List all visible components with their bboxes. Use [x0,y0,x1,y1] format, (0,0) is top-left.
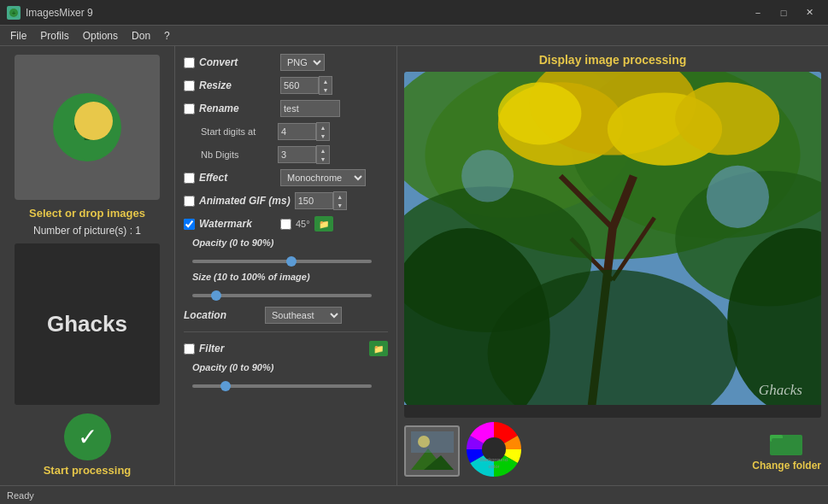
drop-area[interactable] [15,55,160,200]
nb-digits-up[interactable]: ▲ [317,146,329,155]
resize-input[interactable] [280,77,319,94]
minimize-button[interactable]: − [746,4,770,21]
resize-down[interactable]: ▼ [320,85,332,94]
watermark-checkbox[interactable] [184,219,195,230]
size-slider-container [184,286,388,302]
start-digits-input[interactable] [278,123,316,140]
resize-label: Resize [199,79,276,91]
app-icon: + [7,6,21,20]
display-title: Display image processing [404,53,821,67]
location-row: Location Northwest North Northeast West … [184,306,388,325]
menu-help[interactable]: ? [157,28,177,44]
menu-bar: File Profils Options Don ? [0,26,828,46]
rename-checkbox[interactable] [184,103,195,114]
svg-rect-30 [772,438,801,455]
filter-checkbox[interactable] [184,343,195,355]
svg-text:+: + [12,9,16,17]
window-title: ImagesMixer 9 [26,7,93,19]
svg-rect-23 [411,431,454,453]
nb-digits-down[interactable]: ▼ [317,155,329,163]
animated-gif-checkbox[interactable] [184,196,195,207]
main-content: Select or drop images Number of picture(… [0,46,828,485]
location-label: Location [184,309,261,321]
maximize-button[interactable]: □ [772,4,796,21]
title-bar: + ImagesMixer 9 − □ ✕ [0,0,828,26]
size-label: Size (10 to 100% of image) [184,272,388,282]
filter-opacity-label: Opacity (0 to 90%) [184,362,388,372]
convert-row: Convert PNG JPG BMP GIF [184,53,388,72]
status-bar: Ready [0,485,828,504]
change-folder-label: Change folder [752,460,821,472]
picture-count: Number of picture(s) : 1 [33,225,141,237]
menu-profils[interactable]: Profils [33,28,75,44]
effect-label: Effect [199,172,276,184]
image-thumbnail[interactable] [404,425,460,477]
filter-opacity-slider[interactable] [192,384,372,388]
animated-gif-up[interactable]: ▲ [334,192,346,201]
right-panel: Display image processing [397,46,828,485]
start-label: Start processing [44,464,132,477]
effect-select[interactable]: Monochrome Sepia Negative [280,169,366,186]
start-digits-label: Start digits at [201,126,273,137]
preview-image: Ghacks [404,72,821,418]
svg-point-16 [707,166,769,228]
menu-file[interactable]: File [3,28,33,44]
resize-row: Resize ▲ ▼ [184,76,388,95]
left-panel: Select or drop images Number of picture(… [0,46,175,485]
filter-row: Filter 📁 [184,339,388,358]
color-wheel-container[interactable]: Background color [460,415,528,486]
change-folder-button[interactable]: Change folder [752,430,821,472]
watermark-preview: Ghacks [15,243,160,405]
opacity-label: Opacity (0 to 90%) [184,237,388,248]
opacity-slider[interactable] [192,260,372,263]
divider [184,331,388,332]
svg-text:Ghacks: Ghacks [759,382,803,398]
middle-panel: Convert PNG JPG BMP GIF Resize ▲ ▼ [175,46,397,485]
animated-gif-row: Animated GIF (ms) ▲ ▼ [184,191,388,210]
svg-point-10 [675,82,779,155]
opacity-slider-container [184,252,388,267]
filter-folder-icon[interactable]: 📁 [369,341,388,356]
svg-point-17 [461,149,514,202]
watermark-degree-checkbox[interactable] [280,219,291,230]
window-controls[interactable]: − □ ✕ [746,4,821,21]
nb-digits-input[interactable] [278,146,316,163]
effect-checkbox[interactable] [184,173,195,184]
effect-row: Effect Monochrome Sepia Negative [184,168,388,187]
filter-opacity-slider-container [184,377,388,392]
close-button[interactable]: ✕ [797,4,821,21]
resize-up[interactable]: ▲ [320,77,332,85]
yellow-circle [74,102,113,140]
location-select[interactable]: Northwest North Northeast West Center Ea… [265,307,342,324]
status-text: Ready [7,490,34,501]
svg-text:color: color [488,464,499,469]
watermark-row: Watermark 45° 📁 [184,214,388,233]
resize-checkbox[interactable] [184,80,195,91]
rename-input[interactable] [280,100,340,117]
watermark-label: Watermark [199,218,276,230]
start-digits-row: Start digits at ▲ ▼ [184,122,388,141]
bottom-tools: Background color Change folder [404,423,821,478]
menu-options[interactable]: Options [76,28,125,44]
menu-don[interactable]: Don [125,28,157,44]
check-circle-icon: ✓ [64,413,111,460]
nb-digits-label: Nb Digits [201,149,273,160]
convert-checkbox[interactable] [184,57,195,68]
rename-label: Rename [199,103,276,114]
start-processing-button[interactable]: ✓ Start processing [44,413,132,477]
rename-row: Rename [184,99,388,118]
start-digits-down[interactable]: ▼ [317,132,329,140]
size-slider[interactable] [192,294,372,297]
convert-label: Convert [199,56,276,68]
start-digits-up[interactable]: ▲ [317,123,329,132]
nb-digits-row: Nb Digits ▲ ▼ [184,145,388,164]
select-label[interactable]: Select or drop images [29,207,145,220]
animated-gif-down[interactable]: ▼ [334,201,346,209]
watermark-folder-icon[interactable]: 📁 [314,216,333,231]
degree-label: 45° [296,219,310,229]
svg-point-9 [498,82,582,144]
filter-label: Filter [199,343,276,355]
convert-select[interactable]: PNG JPG BMP GIF [280,54,325,71]
svg-text:Background: Background [480,457,508,462]
animated-gif-input[interactable] [295,192,333,209]
